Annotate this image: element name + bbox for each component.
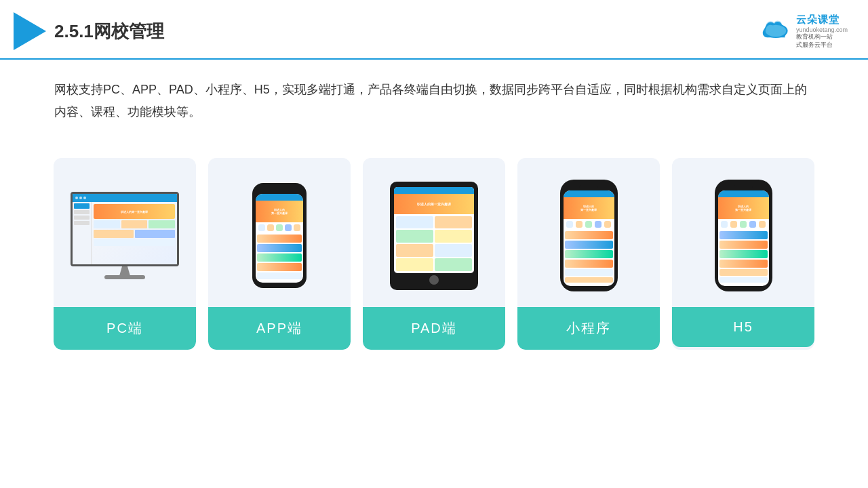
phone-mock-mini: 职进人的第一堂兴趣课 [560,180,618,291]
svg-point-5 [776,26,784,33]
brand-logo: 云朵课堂 yunduoketang.com 教育机构一站 式服务云平台 [760,14,848,49]
phone-mock-app: 职进人的第一堂兴趣课 [252,183,307,288]
header: 2.5.1网校管理 云朵课堂 yunduoketang.com 教育机构一站 式… [0,0,868,60]
brand-text: 云朵课堂 yunduoketang.com 教育机构一站 式服务云平台 [796,14,848,49]
cards-container: 职进人的第一堂兴趣课 [0,138,868,370]
brand-url: yunduoketang.com [796,26,848,33]
card-h5-image: 职进人的第一堂兴趣课 [672,158,814,307]
cloud-icon [760,19,792,43]
phone-mock-h5: 职进人的第一堂兴趣课 [715,180,772,291]
card-app-image: 职进人的第一堂兴趣课 [208,158,351,307]
card-h5: 职进人的第一堂兴趣课 [672,158,814,350]
card-miniprogram-image: 职进人的第一堂兴趣课 [517,158,660,307]
tablet-mock: 职进人的第一堂兴趣课 [390,182,478,290]
card-pad-image: 职进人的第一堂兴趣课 [363,158,505,307]
card-miniprogram: 职进人的第一堂兴趣课 [517,158,660,350]
card-pc-label: PC端 [54,307,196,350]
svg-point-4 [766,25,775,34]
card-h5-label: H5 [672,307,814,347]
card-app: 职进人的第一堂兴趣课 [208,158,351,350]
card-app-label: APP端 [208,307,351,350]
card-pad: 职进人的第一堂兴趣课 PAD端 [363,158,505,350]
header-left: 2.5.1网校管理 [14,12,164,50]
brand-subtitle: 教育机构一站 式服务云平台 [796,33,833,49]
page-title: 2.5.1网校管理 [54,20,164,43]
monitor-screen: 职进人的第一堂兴趣课 [71,192,179,266]
description-text: 网校支持PC、APP、PAD、小程序、H5，实现多端打通，产品各终端自由切换，数… [0,60,868,131]
card-pad-label: PAD端 [363,307,505,350]
monitor-mock: 职进人的第一堂兴趣课 [71,192,179,279]
card-miniprogram-label: 小程序 [517,307,660,350]
logo-triangle [14,12,46,50]
card-pc: 职进人的第一堂兴趣课 [54,158,196,350]
brand-name: 云朵课堂 [796,14,840,26]
card-pc-image: 职进人的第一堂兴趣课 [54,158,196,307]
